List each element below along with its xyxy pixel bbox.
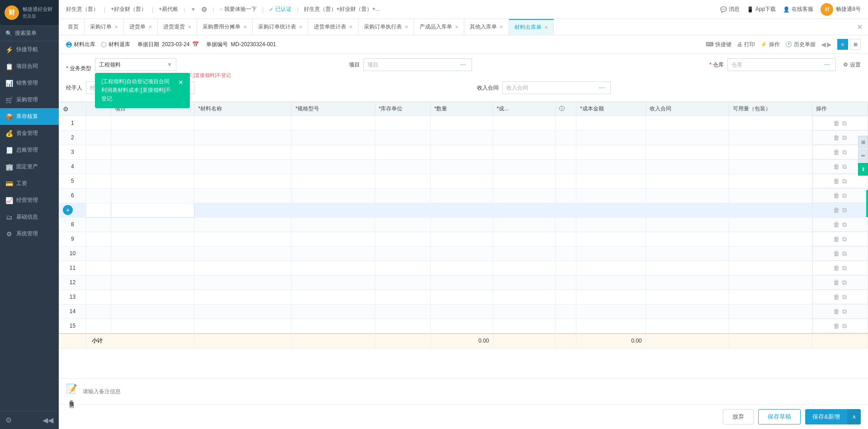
empty-cell[interactable] [555, 116, 576, 131]
empty-cell[interactable] [111, 130, 194, 145]
topbar-certified[interactable]: ✓ 已认证 [269, 5, 292, 13]
empty-cell[interactable] [292, 145, 375, 159]
empty-cell[interactable] [86, 145, 111, 159]
date-value[interactable]: 2023-03-24 [162, 41, 189, 48]
th-usable[interactable]: 可用量（包装） [729, 102, 812, 116]
empty-cell[interactable] [576, 261, 646, 275]
empty-cell[interactable] [729, 319, 812, 334]
empty-cell[interactable] [111, 116, 194, 131]
empty-cell[interactable] [430, 116, 493, 131]
th-settings[interactable]: ⚙ [59, 102, 86, 116]
grid-view-btn[interactable]: ⊞ [850, 39, 861, 50]
empty-cell[interactable] [576, 145, 646, 159]
copy-row-icon[interactable]: ⧉ [842, 177, 847, 185]
empty-cell[interactable] [555, 217, 576, 232]
copy-row-icon[interactable]: ⧉ [842, 293, 847, 301]
empty-cell[interactable] [729, 304, 812, 319]
empty-cell[interactable] [646, 145, 729, 159]
empty-cell[interactable] [111, 188, 194, 203]
empty-cell[interactable] [375, 304, 430, 319]
empty-cell[interactable] [646, 261, 729, 275]
close-tab-goods-stats[interactable]: ✕ [349, 24, 353, 29]
empty-cell[interactable] [86, 246, 111, 261]
list-view-btn[interactable]: ≡ [837, 39, 848, 50]
sidebar-item-project[interactable]: 📋 项目合同 [0, 58, 59, 75]
empty-cell[interactable] [576, 232, 646, 246]
empty-cell[interactable] [375, 319, 430, 334]
empty-cell[interactable] [292, 116, 375, 131]
empty-cell[interactable] [375, 275, 430, 290]
tab-home[interactable]: 首页 [62, 19, 85, 35]
empty-cell[interactable] [375, 188, 430, 203]
empty-cell[interactable] [194, 246, 292, 261]
copy-row-icon[interactable]: ⧉ [842, 250, 847, 257]
empty-cell[interactable] [430, 261, 493, 275]
empty-cell[interactable] [729, 130, 812, 145]
empty-cell[interactable] [729, 188, 812, 203]
empty-cell[interactable] [86, 174, 111, 188]
copy-row-icon[interactable]: ⧉ [842, 264, 847, 272]
radio-material-return[interactable]: 材料退库 [101, 41, 130, 48]
topbar-expand-icon[interactable]: ▼ [190, 6, 196, 13]
empty-cell[interactable] [646, 130, 729, 145]
close-tab-purchase-expense[interactable]: ✕ [243, 24, 247, 29]
income-contract-select[interactable]: 收入合同 ··· [502, 81, 611, 94]
copy-row-icon[interactable]: ⧉ [842, 279, 847, 286]
empty-cell[interactable] [292, 217, 375, 232]
empty-cell[interactable] [729, 290, 812, 304]
operate-btn[interactable]: ⚡ 操作 [760, 41, 780, 48]
empty-cell[interactable] [646, 246, 729, 261]
right-tool-btn-3[interactable]: ⬆ [858, 163, 868, 176]
empty-cell[interactable] [292, 174, 375, 188]
delete-row-icon[interactable]: 🗑 [833, 322, 840, 329]
empty-cell[interactable] [576, 159, 646, 174]
sidebar-item-quicknav[interactable]: ⚡ 快捷导航 [0, 41, 59, 58]
empty-cell[interactable] [375, 130, 430, 145]
empty-cell[interactable] [194, 290, 292, 304]
empty-cell[interactable] [111, 319, 194, 334]
copy-row-icon[interactable]: ⧉ [842, 221, 847, 229]
empty-cell[interactable] [555, 319, 576, 334]
project-select[interactable]: 项目 ··· [363, 58, 472, 71]
topbar-user[interactable]: 财 畅捷通8号 [821, 3, 861, 16]
empty-cell[interactable] [111, 304, 194, 319]
empty-cell[interactable] [430, 217, 493, 232]
empty-cell[interactable] [292, 304, 375, 319]
topbar-yidaizhang[interactable]: +易代账 [159, 5, 178, 13]
sidebar-item-inventory[interactable]: 📦 库存核算 [0, 108, 59, 125]
empty-cell[interactable] [111, 145, 194, 159]
empty-cell[interactable] [86, 290, 111, 304]
sidebar-item-payroll[interactable]: 💳 工资 [0, 175, 59, 192]
close-tab-other-receipt[interactable]: ✕ [500, 24, 503, 29]
empty-cell[interactable] [194, 174, 292, 188]
income-contract-dots[interactable]: ··· [597, 84, 607, 92]
delete-row-icon[interactable]: 🗑 [833, 221, 840, 228]
copy-row-icon[interactable]: ⧉ [842, 134, 847, 142]
copy-row-icon[interactable]: ⧉ [842, 163, 847, 171]
empty-cell[interactable] [375, 159, 430, 174]
th-material[interactable]: *材料名称 [194, 102, 292, 116]
topbar-appdownload[interactable]: 📱 App下载 [747, 5, 776, 13]
th-qty[interactable]: *数量 [430, 102, 493, 116]
th-cost[interactable]: *成... [493, 102, 555, 116]
empty-cell[interactable] [86, 130, 111, 145]
empty-cell[interactable] [194, 188, 292, 203]
empty-cell[interactable] [111, 159, 194, 174]
copy-row-icon[interactable]: ⧉ [842, 308, 847, 315]
empty-cell[interactable] [292, 275, 375, 290]
empty-cell[interactable] [375, 246, 430, 261]
empty-cell[interactable] [576, 188, 646, 203]
empty-cell[interactable] [292, 319, 375, 334]
empty-cell[interactable] [729, 116, 812, 131]
empty-cell[interactable] [292, 232, 375, 246]
th-spec[interactable]: *规格型号 [292, 102, 375, 116]
empty-cell[interactable] [555, 290, 576, 304]
copy-row-icon[interactable]: ⧉ [842, 235, 847, 243]
empty-cell[interactable] [111, 246, 194, 261]
empty-cell[interactable] [375, 145, 430, 159]
delete-row-icon[interactable]: 🗑 [833, 279, 840, 286]
empty-cell[interactable] [86, 159, 111, 174]
delete-row-icon[interactable]: 🗑 [833, 235, 840, 243]
empty-cell[interactable] [430, 275, 493, 290]
close-tab-purchase-order[interactable]: ✕ [114, 24, 118, 29]
